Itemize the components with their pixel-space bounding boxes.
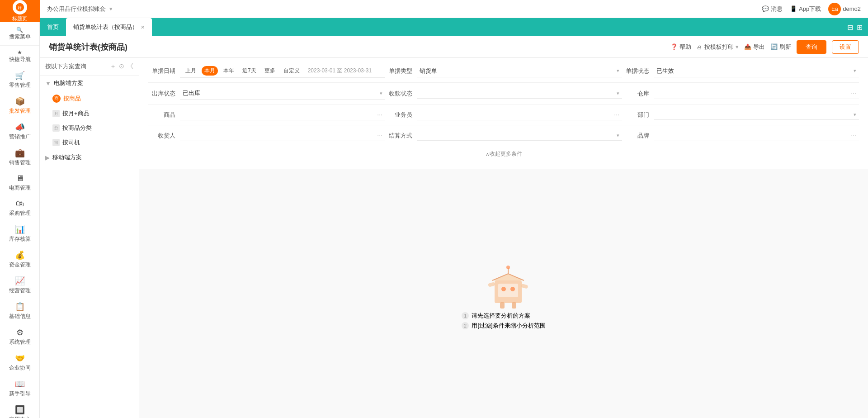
sidebar-item-inventory[interactable]: 📊 库存核算 <box>0 221 39 247</box>
step-num-1: 1 <box>462 312 469 319</box>
window-minimize-icon[interactable]: ⊟ <box>847 23 853 32</box>
warehouse-dots[interactable]: ··· <box>851 90 856 97</box>
topbar-dropdown-arrow[interactable]: ▾ <box>109 5 113 12</box>
tree-item-by-month-goods[interactable]: 月 按月+商品 <box>40 106 139 121</box>
wholesale-icon: 📦 <box>15 96 25 106</box>
date-tab-this-month[interactable]: 本月 <box>202 66 218 76</box>
topbar: 办公用品行业模拟账套 ▾ 💬 消息 📱 App下载 Ea demo2 <box>40 0 868 18</box>
sidebar-item-system[interactable]: ⚙ 系统管理 <box>0 324 39 350</box>
brand-label: 品牌 <box>622 132 654 140</box>
dept-arrow[interactable]: ▾ <box>854 112 856 118</box>
sidebar-item-purchase[interactable]: 🛍 采购管理 <box>0 195 39 221</box>
print-button[interactable]: 🖨 按模板打印 ▾ <box>697 43 739 51</box>
goods-cell: 商品 ··· <box>148 109 385 120</box>
edit-scheme-icon[interactable]: ⊙ <box>119 62 124 71</box>
main-content: 办公用品行业模拟账套 ▾ 💬 消息 📱 App下载 Ea demo2 首页 <box>40 0 868 418</box>
sidebar-corp-label: 企业协同 <box>9 364 31 372</box>
staff-dots[interactable]: ··· <box>614 111 619 118</box>
add-scheme-icon[interactable]: ＋ <box>110 62 116 71</box>
tree-section-mobile[interactable]: ▶ 移动端方案 <box>40 150 139 165</box>
logo-icon: 好 <box>13 0 27 14</box>
sidebar-item-appcenter[interactable]: 🔲 应用中心 <box>0 401 39 418</box>
warehouse-cell: 仓库 ··· <box>622 87 859 100</box>
type-arrow[interactable]: ▾ <box>617 68 619 74</box>
avatar-text: Ea <box>831 6 838 12</box>
sidebar-item-corp[interactable]: 🤝 企业协同 <box>0 350 39 375</box>
tab-close-icon[interactable]: ✕ <box>141 24 145 30</box>
tab-home[interactable]: 首页 <box>40 18 66 36</box>
tree-expand-icon: ▼ <box>45 80 51 87</box>
export-button[interactable]: 📤 导出 <box>744 43 765 51</box>
tree-mobile-expand-icon: ▶ <box>45 154 50 161</box>
tree-item-by-goods[interactable]: 商 按商品 <box>40 91 139 106</box>
message-button[interactable]: 💬 消息 <box>762 5 783 13</box>
app-download-label: App下载 <box>799 5 821 13</box>
tab-sales-stat[interactable]: 销货单统计表（按商品） ✕ <box>66 18 152 36</box>
dept-label: 部门 <box>622 111 654 119</box>
app-icon: 📱 <box>790 5 797 12</box>
sidebar-marketing-label: 营销推广 <box>9 133 31 141</box>
recipient-dots[interactable]: ··· <box>377 132 382 139</box>
svg-point-4 <box>501 287 506 291</box>
out-status-label: 出库状态 <box>148 90 180 98</box>
sidebar: 好 标题页 🔍 搜索菜单 ★ 快捷导航 🛒 零售管理 📦 批发管理 📣 营销推广… <box>0 0 40 418</box>
receive-status-arrow[interactable]: ▾ <box>617 90 619 96</box>
payment-arrow[interactable]: ▾ <box>617 133 619 138</box>
date-tab-custom[interactable]: 自定义 <box>281 66 302 76</box>
industry-label: 办公用品行业模拟账套 <box>47 5 106 13</box>
sidebar-item-marketing[interactable]: 📣 营销推广 <box>0 119 39 144</box>
date-tab-7days[interactable]: 近7天 <box>240 66 259 76</box>
tab-sales-stat-label: 销货单统计表（按商品） <box>73 23 138 31</box>
sidebar-item-retail[interactable]: 🛒 零售管理 <box>0 67 39 93</box>
date-label: 单据日期 <box>148 67 180 75</box>
page-title: 销货单统计表(按商品) <box>49 42 127 52</box>
help-button[interactable]: ❓ 帮助 <box>670 43 691 51</box>
date-tab-this-year[interactable]: 本年 <box>221 66 237 76</box>
sidebar-finance-label: 资金管理 <box>9 261 31 269</box>
ecommerce-icon: 🖥 <box>16 174 24 183</box>
by-goods-label: 按商品 <box>63 95 81 103</box>
user-menu[interactable]: Ea demo2 <box>828 3 861 15</box>
goods-dots[interactable]: ··· <box>377 111 382 118</box>
sidebar-item-search[interactable]: 🔍 搜索菜单 <box>0 22 39 46</box>
sidebar-item-ecommerce[interactable]: 🖥 电商管理 <box>0 170 39 195</box>
page-actions: ❓ 帮助 🖨 按模板打印 ▾ 📤 导出 🔄 刷新 查询 设置 <box>670 40 859 54</box>
by-goods-icon: 商 <box>52 95 61 103</box>
left-panel-header: 按以下方案查询 ＋ ⊙ 《 <box>40 58 139 76</box>
collapse-more-button[interactable]: ∧ 收起更多条件 <box>148 146 859 162</box>
sidebar-item-sales[interactable]: 💼 销售管理 <box>0 144 39 170</box>
sidebar-quicknav-label: 快捷导航 <box>9 56 31 63</box>
sidebar-item-basic[interactable]: 📋 基础信息 <box>0 298 39 324</box>
sidebar-item-operation[interactable]: 📈 经营管理 <box>0 272 39 298</box>
page-header: 销货单统计表(按商品) ❓ 帮助 🖨 按模板打印 ▾ 📤 导出 🔄 刷新 查询 … <box>40 36 868 58</box>
tree-section-desktop[interactable]: ▼ 电脑端方案 <box>40 76 139 91</box>
window-maximize-icon[interactable]: ⊞ <box>857 23 863 32</box>
status-arrow[interactable]: ▾ <box>854 68 856 74</box>
settings-button[interactable]: 设置 <box>832 40 859 54</box>
tree-item-by-driver[interactable]: 司 按司机 <box>40 135 139 150</box>
app-download-button[interactable]: 📱 App下载 <box>790 5 821 13</box>
date-tab-more[interactable]: 更多 <box>262 66 278 76</box>
user-avatar: Ea <box>828 3 841 15</box>
empty-illustration <box>481 256 526 301</box>
date-tab-prev-month[interactable]: 上月 <box>183 66 199 76</box>
out-status-arrow[interactable]: ▾ <box>380 90 382 96</box>
brand-dots[interactable]: ··· <box>851 132 856 139</box>
by-driver-label: 按司机 <box>62 138 80 147</box>
collapse-more-label: 收起更多条件 <box>490 150 522 158</box>
sidebar-item-wholesale[interactable]: 📦 批发管理 <box>0 93 39 119</box>
sidebar-appcenter-label: 应用中心 <box>9 416 31 418</box>
left-panel-icons: ＋ ⊙ 《 <box>110 62 133 71</box>
sidebar-item-finance[interactable]: 💰 资金管理 <box>0 247 39 272</box>
receive-status-cell: 收款状态 ▾ <box>385 87 622 100</box>
by-driver-icon: 司 <box>52 139 60 146</box>
sidebar-item-guide[interactable]: 📖 新手引导 <box>0 375 39 401</box>
goods-label: 商品 <box>148 111 180 119</box>
query-button[interactable]: 查询 <box>797 40 826 54</box>
collapse-panel-icon[interactable]: 《 <box>127 62 133 71</box>
sidebar-item-quicknav[interactable]: ★ 快捷导航 <box>0 46 39 67</box>
refresh-button[interactable]: 🔄 刷新 <box>770 43 791 51</box>
export-icon: 📤 <box>744 43 751 50</box>
date-tabs: 上月 本月 本年 近7天 更多 自定义 <box>183 66 302 76</box>
tree-item-by-category[interactable]: 分 按商品分类 <box>40 121 139 135</box>
